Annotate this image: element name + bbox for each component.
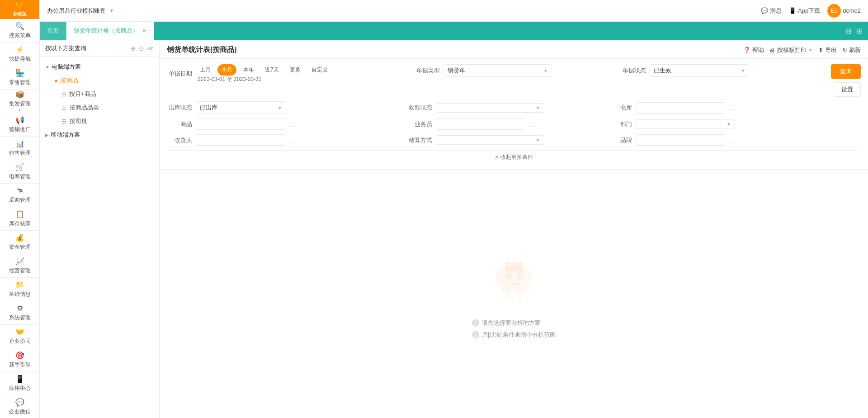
tab-minimize-icon[interactable]: ⊟	[844, 25, 853, 37]
print-button[interactable]: 🖨 按模板打印 ▼	[769, 46, 813, 54]
content-area: 按以下方案查询 ⊕ ⊙ ≪ ▼ 电脑端方案 ● 按商品	[40, 40, 868, 418]
sidebar-item-apps[interactable]: 📱 应用中心	[0, 372, 39, 395]
warehouse-status-value: 已出库	[200, 104, 217, 112]
refresh-icon: ↻	[842, 47, 847, 53]
sidebar-item-guide[interactable]: 🎯 新手引导	[0, 348, 39, 372]
sidebar-label-wechat: 企业微信	[9, 408, 31, 416]
warehouse-status-select[interactable]: 已出库 ▼	[196, 101, 286, 114]
tree-child-by-category[interactable]: ☰ 按商品品类	[40, 101, 159, 114]
sidebar-item-ecommerce[interactable]: 🛒 电商管理	[0, 160, 39, 184]
tree-parent-mobile[interactable]: ▶ 移动端方案	[40, 128, 159, 142]
tree-child-by-month-label: 按月+商品	[69, 90, 96, 98]
tip-num-1: 1	[472, 319, 479, 327]
sidebar-item-cooperation[interactable]: 🤝 企业协同	[0, 325, 39, 348]
inventory-icon: 📋	[15, 210, 24, 218]
dept-select[interactable]: ▼	[636, 119, 735, 129]
tab-close-icon[interactable]: ✕	[142, 28, 146, 34]
sidebar-item-sales[interactable]: 📊 销售管理	[0, 137, 39, 160]
sidebar-item-finance[interactable]: 💰 资金管理	[0, 231, 39, 254]
doc-status-select[interactable]: 已生效 ▼	[650, 64, 749, 77]
date-tab-custom[interactable]: 自定义	[307, 64, 332, 76]
staff-input[interactable]	[436, 119, 526, 130]
sidebar-item-search[interactable]: 🔍 搜索菜单	[0, 19, 39, 43]
date-tab-this-year[interactable]: 本年	[239, 64, 258, 76]
tab-expand-icon[interactable]: ⊞	[855, 25, 864, 37]
tab-home[interactable]: 首页	[40, 22, 66, 40]
product-more-icon[interactable]: …	[288, 121, 294, 128]
edit-scheme-icon[interactable]: ⊙	[139, 45, 144, 52]
tab-report[interactable]: 销货单统计表（按商品） ✕	[66, 22, 154, 40]
app-download-button[interactable]: 📱 App下载	[789, 7, 820, 15]
tree-child-by-product[interactable]: ● 按商品	[40, 74, 159, 87]
refresh-button[interactable]: ↻ 刷新	[842, 46, 861, 54]
svg-point-5	[518, 275, 521, 277]
dept-arrow: ▼	[726, 122, 731, 127]
sidebar-label-basic: 基础信息	[9, 290, 31, 298]
main-area: 办公用品行业模拟账套 ▼ 💬 消息 📱 App下载 Ea demo2 首页	[40, 0, 868, 418]
query-button[interactable]: 查询	[831, 64, 861, 79]
payment-status-select[interactable]: ▼	[436, 103, 544, 113]
export-icon: ⬆	[818, 47, 823, 53]
product-input[interactable]	[196, 119, 286, 130]
print-label: 按模板打印	[777, 46, 807, 54]
phone-icon: 📱	[789, 7, 796, 14]
date-tab-this-month[interactable]: 本月	[217, 64, 236, 76]
marketing-icon: 📢	[15, 116, 24, 124]
tip-num-2: 2	[472, 331, 479, 338]
svg-rect-8	[528, 271, 532, 283]
svg-rect-1	[505, 262, 523, 271]
industry-dropdown-arrow[interactable]: ▼	[109, 8, 114, 13]
sidebar-item-system[interactable]: ⚙ 系统管理	[0, 301, 39, 325]
doc-type-select[interactable]: 销货单 ▼	[443, 64, 552, 77]
warehouse-more-icon[interactable]: …	[728, 104, 734, 111]
tree-child-by-printer[interactable]: ☰ 按司机	[40, 114, 159, 128]
sidebar-item-purchase[interactable]: 🛍 采购管理	[0, 184, 39, 207]
export-button[interactable]: ⬆ 导出	[818, 46, 837, 54]
sidebar-item-basic[interactable]: 📁 基础信息	[0, 278, 39, 301]
staff-more-icon[interactable]: …	[528, 121, 534, 128]
doc-status-label: 单据状态	[621, 66, 650, 75]
collapse-bar[interactable]: ∧ 收起更多条件	[167, 150, 861, 164]
sidebar-item-inventory[interactable]: 📋 库存核算	[0, 207, 39, 231]
avatar-text: Ea	[831, 8, 838, 14]
sidebar-item-operation[interactable]: 📈 经营管理	[0, 254, 39, 278]
sidebar-label-wholesale: 批发管理	[9, 100, 31, 108]
print-dropdown-icon[interactable]: ▼	[808, 48, 813, 52]
logo-text: 标账版	[13, 11, 27, 17]
user-profile[interactable]: Ea demo2	[827, 4, 861, 18]
payment-method-select[interactable]: ▼	[436, 135, 544, 145]
brand-input[interactable]	[636, 134, 726, 146]
sidebar-item-marketing[interactable]: 📢 营销推广	[0, 113, 39, 137]
date-tab-more[interactable]: 更多	[286, 64, 305, 76]
brand-more-icon[interactable]: …	[728, 137, 734, 144]
sidebar-item-retail[interactable]: 🏪 零售管理	[0, 66, 39, 90]
sidebar-item-shortcut[interactable]: ⚡ 快捷导航	[0, 43, 39, 66]
dept-label: 部门	[607, 120, 636, 128]
tree-child-by-month-product[interactable]: ⊞ 按月+商品	[40, 87, 159, 101]
panel-title: 按以下方案查询	[45, 44, 86, 52]
receiver-input[interactable]	[196, 134, 286, 146]
receiver-more-icon[interactable]: …	[288, 137, 294, 144]
date-tab-last-month[interactable]: 上月	[196, 64, 215, 76]
category-icon: ☰	[61, 104, 67, 111]
apps-icon: 📱	[15, 375, 24, 383]
date-label: 单据日期	[167, 70, 196, 78]
add-scheme-icon[interactable]: ⊕	[131, 45, 136, 52]
tree-child-by-printer-label: 按司机	[70, 117, 87, 125]
basic-icon: 📁	[15, 280, 24, 289]
warehouse-input[interactable]	[636, 102, 726, 114]
help-button[interactable]: ❓ 帮助	[743, 46, 764, 54]
sidebar-item-wechat[interactable]: 💬 企业微信	[0, 395, 39, 418]
collapse-panel-icon[interactable]: ≪	[147, 45, 154, 52]
date-tab-7days[interactable]: 近7天	[261, 64, 283, 76]
settings-button[interactable]: 设置	[834, 82, 861, 97]
message-button[interactable]: 💬 消息	[761, 7, 782, 15]
sidebar-label-guide: 新手引导	[9, 361, 31, 369]
tree-parent-pc[interactable]: ▼ 电脑端方案	[40, 60, 159, 74]
doc-type-value: 销货单	[448, 66, 465, 75]
svg-rect-6	[509, 283, 519, 285]
empty-tip-1: 1 请先选择要分析的方案	[472, 319, 556, 327]
doc-type-label: 单据类型	[415, 66, 443, 75]
sidebar-item-wholesale[interactable]: 📦 批发管理 ▲	[0, 90, 39, 113]
sidebar-label-operation: 经营管理	[9, 267, 31, 275]
